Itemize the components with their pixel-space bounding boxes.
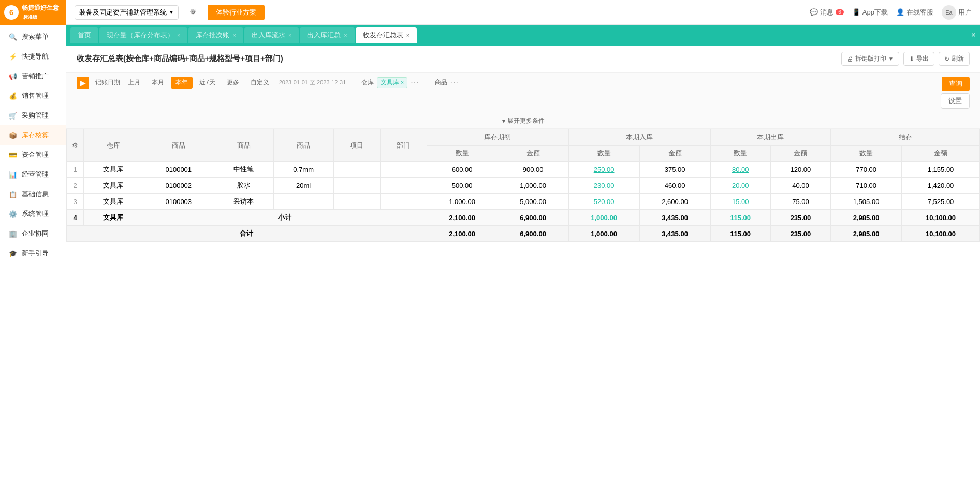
sidebar-item-search[interactable]: 🔍 搜索菜单 — [0, 27, 66, 47]
row-bal-amt: 7,525.00 — [902, 194, 980, 210]
user-button[interactable]: Ea 用户 — [942, 5, 972, 20]
tab-batch[interactable]: 库存批次账 × — [188, 27, 243, 43]
tab-close-inout-summary[interactable]: × — [344, 32, 347, 38]
sidebar-item-inventory[interactable]: 📦 库存核算 — [0, 125, 66, 145]
gear-icon — [189, 8, 197, 17]
col-in-qty-header: 数量 — [568, 146, 639, 162]
tab-stock-dist[interactable]: 现存量（库存分布表） × — [99, 27, 187, 43]
online-service-button[interactable]: 👤 在线客服 — [896, 8, 933, 17]
top-header: 装备及固定资产辅助管理系统 ▼ 体验行业方案 💬 消息 6 📱 App下载 👤 … — [66, 0, 980, 25]
row-out-qty[interactable]: 15.00 — [710, 194, 770, 210]
total-out-amt: 235.00 — [770, 226, 830, 242]
col-code-header: 商品 — [143, 129, 214, 162]
row-bal-qty: 770.00 — [831, 162, 902, 178]
purchase-icon: 🛒 — [8, 111, 18, 120]
sidebar-item-finance[interactable]: 💳 资金管理 — [0, 145, 66, 165]
data-table: ⚙ 仓库 商品 商品 商品 项目 部门 库存期初 本期入库 本期出库 结存 — [66, 129, 980, 242]
message-button[interactable]: 💬 消息 6 — [810, 8, 844, 17]
sidebar-item-operations[interactable]: 📊 经营管理 — [0, 165, 66, 184]
table-row: 2 文具库 0100002 胶水 20ml 500.00 1,000.00 23… — [67, 178, 980, 194]
sidebar-item-label: 采购管理 — [22, 111, 49, 120]
row-in-qty[interactable]: 230.00 — [568, 178, 639, 194]
date-custom[interactable]: 自定义 — [246, 77, 274, 89]
col-opening-amt-header: 金额 — [498, 146, 568, 162]
sidebar-item-label: 库存核算 — [22, 131, 49, 140]
expand-more-button[interactable]: ▾ 展开更多条件 — [502, 117, 545, 125]
tab-close-stock-dist[interactable]: × — [177, 32, 180, 38]
col-project-header: 项目 — [333, 129, 380, 162]
sidebar-item-sales[interactable]: 💰 销售管理 — [0, 86, 66, 106]
col-setting-header[interactable]: ⚙ — [67, 129, 84, 162]
data-table-wrapper: ⚙ 仓库 商品 商品 商品 项目 部门 库存期初 本期入库 本期出库 结存 — [66, 129, 980, 242]
sidebar-item-basic[interactable]: 📋 基础信息 — [0, 184, 66, 204]
refresh-button[interactable]: ↻ 刷新 — [939, 52, 970, 66]
date-last-month[interactable]: 上月 — [123, 77, 145, 89]
sidebar-item-quicknav[interactable]: ⚡ 快捷导航 — [0, 47, 66, 66]
row-open-amt: 900.00 — [498, 162, 568, 178]
inventory-icon: 📦 — [8, 131, 18, 140]
tab-bar-close-button[interactable]: × — [971, 31, 976, 40]
row-project — [333, 162, 380, 178]
settings-button[interactable] — [185, 4, 201, 21]
export-button[interactable]: ⬇ 导出 — [903, 52, 934, 66]
col-bal-amt-header: 金额 — [902, 146, 980, 162]
warehouse-label: 仓库 — [361, 78, 374, 87]
total-bal-amt: 10,100.00 — [902, 226, 980, 242]
row-open-amt: 1,000.00 — [498, 178, 568, 194]
print-button[interactable]: 🖨 拆键版打印 ▼ — [841, 52, 899, 66]
sidebar-item-newbie[interactable]: 🎓 新手引导 — [0, 243, 66, 263]
sidebar-item-system[interactable]: ⚙️ 系统管理 — [0, 204, 66, 224]
page-title: 收发存汇总表(按仓库+商品编码+商品+规格型号+项目+部门) — [77, 54, 283, 64]
sidebar-item-marketing[interactable]: 📢 营销推广 — [0, 66, 66, 86]
tab-close-recv-send[interactable]: × — [406, 32, 409, 38]
product-more-button[interactable]: ··· — [450, 78, 459, 88]
settings-filter-button[interactable]: 设置 — [941, 93, 970, 109]
subtotal-label: 小计 — [143, 210, 427, 226]
col-out-qty-header: 数量 — [710, 146, 770, 162]
main-area: 装备及固定资产辅助管理系统 ▼ 体验行业方案 💬 消息 6 📱 App下载 👤 … — [66, 0, 980, 478]
tab-close-batch[interactable]: × — [232, 32, 236, 38]
subtotal-in-amt: 3,435.00 — [639, 210, 710, 226]
row-in-amt: 375.00 — [639, 162, 710, 178]
filter-expand-button[interactable]: ▶ — [77, 77, 89, 89]
row-in-qty[interactable]: 250.00 — [568, 162, 639, 178]
query-button[interactable]: 查询 — [942, 77, 970, 91]
date-more[interactable]: 更多 — [222, 77, 244, 89]
subtotal-in-qty[interactable]: 1,000.00 — [568, 210, 639, 226]
row-project — [333, 194, 380, 210]
tab-recv-send[interactable]: 收发存汇总表 × — [356, 27, 417, 43]
warehouse-tag-close[interactable]: × — [401, 80, 404, 85]
warehouse-more-button[interactable]: ··· — [411, 78, 419, 88]
trial-button[interactable]: 体验行业方案 — [208, 5, 265, 20]
sidebar-item-enterprise[interactable]: 🏢 企业协同 — [0, 224, 66, 243]
filter-expand-more: ▾ 展开更多条件 — [66, 113, 980, 129]
row-in-amt: 460.00 — [639, 178, 710, 194]
row-num: 2 — [67, 178, 84, 194]
total-in-qty: 1,000.00 — [568, 226, 639, 242]
tab-inout-flow[interactable]: 出入库流水 × — [244, 27, 299, 43]
row-project — [333, 178, 380, 194]
download-icon: 📱 — [852, 8, 860, 16]
row-in-qty[interactable]: 520.00 — [568, 194, 639, 210]
row-out-qty[interactable]: 20.00 — [710, 178, 770, 194]
page-content: 收发存汇总表(按仓库+商品编码+商品+规格型号+项目+部门) 🖨 拆键版打印 ▼… — [66, 46, 980, 478]
tab-home[interactable]: 首页 — [70, 27, 98, 43]
tab-inout-summary[interactable]: 出入库汇总 × — [300, 27, 354, 43]
date-this-year[interactable]: 本年 — [171, 77, 193, 89]
filter-bar: ▶ 记账日期 上月 本月 本年 近7天 更多 自定义 2023-01-01 至 … — [66, 73, 980, 113]
date-this-month[interactable]: 本月 — [147, 77, 169, 89]
row-name: 胶水 — [214, 178, 273, 194]
row-out-qty[interactable]: 80.00 — [710, 162, 770, 178]
logo-text: 畅捷通好生意 — [22, 4, 59, 12]
tab-close-inout-flow[interactable]: × — [288, 32, 291, 38]
subtotal-warehouse: 文具库 — [84, 210, 143, 226]
app-download-button[interactable]: 📱 App下载 — [852, 8, 888, 17]
sidebar-item-purchase[interactable]: 🛒 采购管理 — [0, 106, 66, 125]
app-title-selector[interactable]: 装备及固定资产辅助管理系统 ▼ — [75, 5, 179, 20]
date-7days[interactable]: 近7天 — [195, 77, 220, 89]
enterprise-icon: 🏢 — [8, 229, 18, 238]
subtotal-out-qty[interactable]: 115.00 — [710, 210, 770, 226]
total-in-amt: 3,435.00 — [639, 226, 710, 242]
sidebar-item-label: 资金管理 — [22, 150, 49, 160]
date-label: 记账日期 — [95, 78, 120, 87]
